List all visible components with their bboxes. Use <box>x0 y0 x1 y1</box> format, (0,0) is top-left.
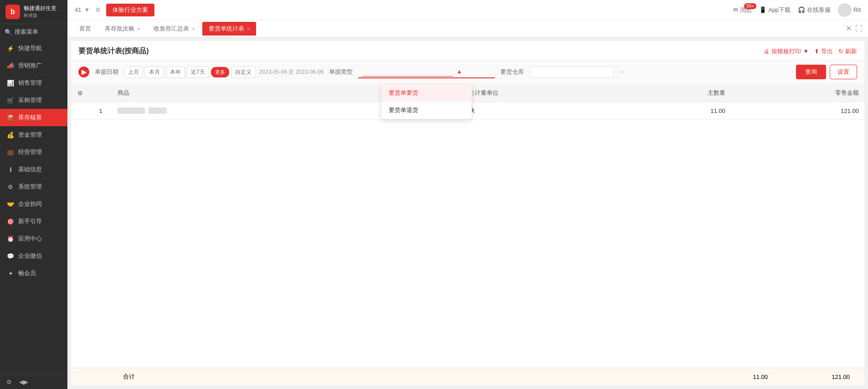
tab-close-icon[interactable]: × <box>247 26 250 31</box>
print-icon: 🖨 <box>764 48 770 55</box>
info-icon: ℹ <box>6 165 15 174</box>
money-icon: 💰 <box>6 131 15 139</box>
col-unit: 主计量单位 <box>463 84 620 102</box>
query-button[interactable]: 查询 <box>796 65 826 79</box>
filter-more-options[interactable]: ··· <box>620 68 626 76</box>
sidebar-item-xiaoshou[interactable]: 📊 销售管理 <box>0 74 67 92</box>
sidebar-item-caigou[interactable]: 🛒 采购管理 <box>0 92 67 109</box>
gear-icon: ⚙ <box>6 183 15 191</box>
inventory-icon: 📦 <box>6 113 15 122</box>
dropdown-item-yaohuo-yanhuo[interactable]: 要货单要货 <box>381 84 472 102</box>
settings-button[interactable]: 设置 <box>830 65 857 79</box>
user-name: Rit <box>853 6 861 13</box>
export-button[interactable]: ⬆ 导出 <box>814 47 833 56</box>
sidebar-logo: b 畅捷通好生意 标准版 <box>0 0 67 24</box>
filter-expand-button[interactable]: ▶ <box>78 67 89 77</box>
sidebar-item-jingying[interactable]: 💼 经营管理 <box>0 143 67 161</box>
message-badge: 99+ <box>744 3 756 9</box>
sidebar-footer-settings[interactable]: ⚙ <box>6 379 12 385</box>
col-qty: 主数量 <box>620 84 731 102</box>
sidebar-item-jichu[interactable]: ℹ 基础信息 <box>0 161 67 178</box>
page-title: 要货单统计表(按商品) <box>78 46 149 56</box>
app-name: 畅捷通好生意 <box>24 5 56 12</box>
vip-icon: ✦ <box>6 269 15 277</box>
message-item[interactable]: ✉ 消息 99+ <box>733 6 752 14</box>
app-download-item[interactable]: 📱 App下载 <box>759 6 791 14</box>
sidebar-item-label: 快捷导航 <box>18 44 42 52</box>
sidebar-item-zijin[interactable]: 💰 资金管理 <box>0 126 67 143</box>
date-btn-this-year[interactable]: 本年 <box>166 67 185 78</box>
store-selector[interactable]: 41 ▼ <box>75 6 90 13</box>
type-dropdown: 要货单要货 要货单退货 <box>381 84 472 119</box>
table-footer: 合计 11.00 121.00 <box>71 368 864 385</box>
tab-home-label: 首页 <box>79 25 91 33</box>
col-settings[interactable]: ⚙ <box>71 84 89 102</box>
type-filter-label: 单据类型 <box>329 68 353 76</box>
cell-unit: 块 <box>463 102 620 120</box>
date-btn-7days[interactable]: 近7天 <box>187 67 209 78</box>
dropdown-item-label: 要货单退货 <box>389 107 418 113</box>
cell-index: 1 <box>89 102 112 120</box>
dropdown-item-yaohuo-tuihuo[interactable]: 要货单退货 <box>381 102 472 119</box>
chart-icon: 📊 <box>6 79 15 87</box>
sidebar-item-yingxiao[interactable]: 📣 营销推广 <box>0 57 67 74</box>
search-menu[interactable]: 🔍 搜索菜单 <box>0 24 67 40</box>
handshake-icon: 🤝 <box>6 200 15 208</box>
settings-icon[interactable]: ⚙ <box>95 6 101 13</box>
date-btn-this-month[interactable]: 本月 <box>145 67 164 78</box>
cell-settings <box>71 102 89 120</box>
sidebar-item-kuaijie[interactable]: ⚡ 快捷导航 <box>0 40 67 57</box>
tab-yaohuo[interactable]: 要货单统计表 × <box>202 22 256 36</box>
tab-kucun-pici[interactable]: 库存批次账 × <box>98 22 146 36</box>
refresh-button[interactable]: ↻ 刷新 <box>838 47 857 56</box>
print-button[interactable]: 🖨 按模板打印 ▼ <box>764 47 809 56</box>
sidebar-item-label: 企业协同 <box>18 200 42 208</box>
page-title-bar: 要货单统计表(按商品) 🖨 按模板打印 ▼ ⬆ 导出 ↻ 刷新 <box>71 41 864 60</box>
sidebar-item-label: 畅会员 <box>18 269 36 277</box>
top-header: 41 ▼ ⚙ 体验行业方案 ✉ 消息 99+ 📱 App下载 🎧 在线客服 Ri… <box>67 0 868 20</box>
tab-home[interactable]: 首页 <box>73 22 98 36</box>
app-sub: 标准版 <box>24 12 56 19</box>
search-icon: 🔍 <box>5 29 12 36</box>
sidebar-item-kucun[interactable]: 📦 库存核算 <box>0 109 67 126</box>
sidebar-item-vip[interactable]: ✦ 畅会员 <box>0 265 67 282</box>
date-btn-more[interactable]: 更多 <box>211 67 229 77</box>
cell-amount: 121.00 <box>731 102 864 120</box>
date-range-text: 2023-05-06 至 2023-06-06 <box>259 68 324 76</box>
user-avatar-item[interactable]: Rit <box>838 3 861 17</box>
sidebar-item-qiye[interactable]: 🤝 企业协同 <box>0 195 67 213</box>
trial-button[interactable]: 体验行业方案 <box>106 4 154 16</box>
type-dropdown-toggle[interactable]: ▲ <box>457 68 462 75</box>
tab-close-icon[interactable]: × <box>137 26 140 31</box>
sidebar-item-label: 系统管理 <box>18 183 42 191</box>
sidebar-item-xinshou[interactable]: 🎯 新手引导 <box>0 213 67 230</box>
type-filter-input[interactable] <box>362 67 453 77</box>
col-amount: 零售金额 <box>731 84 864 102</box>
online-service-item[interactable]: 🎧 在线客服 <box>798 6 831 14</box>
footer-amount: 121.00 <box>813 374 850 380</box>
main-area: 41 ▼ ⚙ 体验行业方案 ✉ 消息 99+ 📱 App下载 🎧 在线客服 Ri… <box>67 0 868 389</box>
sidebar-item-weixin[interactable]: 💬 企业微信 <box>0 247 67 265</box>
table-wrapper: ⚙ 商品 主计量单位 主数量 零售金额 1 <box>71 84 864 368</box>
tab-fullscreen-icon[interactable]: ⛶ <box>855 25 863 33</box>
sidebar-item-label: 应用中心 <box>18 235 42 243</box>
search-label: 搜索菜单 <box>15 28 38 36</box>
date-filter-label: 单据日期 <box>95 68 118 76</box>
tab-expand-icon[interactable]: ✕ <box>846 24 852 33</box>
tab-shoufacun[interactable]: 收发存汇总表 × <box>147 22 201 36</box>
tab-close-icon[interactable]: × <box>192 26 195 31</box>
type-filter-wrapper[interactable]: ▲ <box>358 66 495 78</box>
sidebar-item-xitong[interactable]: ⚙ 系统管理 <box>0 178 67 195</box>
lightning-icon: ⚡ <box>6 44 15 52</box>
sidebar-item-apps[interactable]: ⏰ 应用中心 <box>0 230 67 247</box>
store-number: 41 <box>75 6 81 13</box>
tab-bar: 首页 库存批次账 × 收发存汇总表 × 要货单统计表 × ✕ ⛶ <box>67 20 868 37</box>
wechat-icon: 💬 <box>6 252 15 260</box>
sidebar-footer-collapse[interactable]: ◀▶ <box>19 379 28 385</box>
date-btn-custom[interactable]: 自定义 <box>231 67 256 78</box>
refresh-label: 刷新 <box>845 47 857 56</box>
date-btn-last-month[interactable]: 上月 <box>124 67 143 78</box>
guide-icon: 🎯 <box>6 217 15 225</box>
warehouse-filter-input[interactable] <box>529 67 614 78</box>
cart-icon: 🛒 <box>6 96 15 104</box>
